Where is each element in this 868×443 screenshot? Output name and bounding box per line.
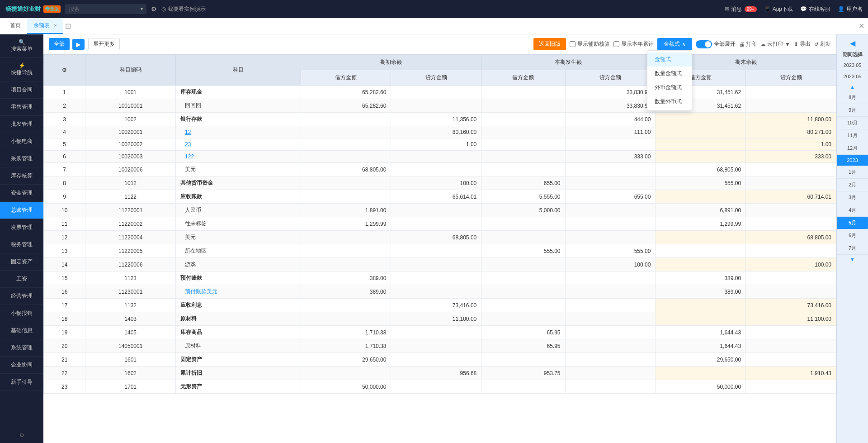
toggle-switch[interactable] <box>696 40 712 48</box>
ytd-check[interactable] <box>613 41 619 47</box>
row-name[interactable]: 累计折旧 <box>176 367 301 380</box>
period-item-may[interactable]: 5月 <box>837 217 868 229</box>
th-settings[interactable]: ⚙ <box>44 55 85 86</box>
service-icon: 💬 <box>800 6 807 12</box>
row-name[interactable]: 银行存款 <box>176 113 301 126</box>
period-item-0[interactable]: 2023.05 <box>837 60 868 71</box>
row-name[interactable]: 23 <box>176 138 301 151</box>
period-item-aug[interactable]: 8月 <box>837 91 868 104</box>
row-name[interactable]: 固定资产 <box>176 353 301 367</box>
sidebar-item-salary[interactable]: 工资 <box>0 271 43 288</box>
row-name[interactable]: 原材料 <box>176 312 301 326</box>
sidebar-item-tax[interactable]: 税务管理 <box>0 236 43 253</box>
row-name[interactable]: 12 <box>176 126 301 138</box>
row-name[interactable]: 应收利息 <box>176 299 301 312</box>
row-name[interactable]: 预付账款美元 <box>176 285 301 299</box>
sidebar-item-assets[interactable]: 固定资产 <box>0 253 43 271</box>
sidebar-item-nav[interactable]: ⚡ 快捷导航 <box>0 58 43 81</box>
period-item-mar[interactable]: 3月 <box>837 191 868 204</box>
row-opening-credit <box>391 244 481 258</box>
expand-more-btn[interactable]: 展开更多 <box>88 38 120 50</box>
sidebar-item-inventory[interactable]: 库存核算 <box>0 167 43 185</box>
sidebar-item-collab[interactable]: 企业协同 <box>0 357 43 374</box>
style-option-3[interactable]: 外币金额式 <box>647 81 692 95</box>
row-name[interactable]: 无形资产 <box>176 380 301 394</box>
user-item[interactable]: 👤 用户名 <box>838 5 863 13</box>
sidebar-item-basic[interactable]: 基础信息 <box>0 322 43 339</box>
sidebar-item-invoice[interactable]: 发票管理 <box>0 219 43 236</box>
panel-collapse-btn[interactable]: ◀ <box>848 37 857 49</box>
sidebar-item-label: 基础信息 <box>11 327 33 333</box>
auxiliary-check[interactable] <box>570 41 576 47</box>
style-option-4[interactable]: 数量外币式 <box>647 95 692 109</box>
download-icon: 📱 <box>764 6 771 12</box>
export-btn[interactable]: ⬇ 导出 <box>794 40 811 48</box>
show-ytd-checkbox[interactable]: 显示本年累计 <box>613 40 654 48</box>
row-code: 1122 <box>85 190 176 204</box>
period-item-nov[interactable]: 11月 <box>837 129 868 142</box>
row-name[interactable]: 122 <box>176 151 301 163</box>
tab-close-all[interactable]: ✕ <box>859 22 864 30</box>
year-down-btn[interactable]: ▼ <box>850 257 855 262</box>
return-old-btn[interactable]: 返回旧版 <box>533 38 566 50</box>
app-download-item[interactable]: 📱 App下载 <box>764 5 793 13</box>
period-item-oct[interactable]: 10月 <box>837 117 868 129</box>
row-name[interactable]: 库存商品 <box>176 326 301 339</box>
period-item-1[interactable]: 2023.05 <box>837 71 868 82</box>
search-input[interactable] <box>65 4 146 14</box>
period-item-jan[interactable]: 1月 <box>837 166 868 179</box>
row-name[interactable]: 应收账款 <box>176 190 301 204</box>
style-dropdown-btn[interactable]: 金额式 ∧ <box>657 38 692 50</box>
sidebar-item-expense[interactable]: 小畅报销 <box>0 305 43 322</box>
row-name[interactable]: 库存现金 <box>176 86 301 99</box>
sidebar-item-project[interactable]: 项目合同 <box>0 81 43 99</box>
period-item-jul[interactable]: 7月 <box>837 242 868 255</box>
demo-link[interactable]: ◎ 我要看实例演示 <box>161 5 206 13</box>
sidebar-item-guide[interactable]: 新手引导 <box>0 374 43 391</box>
sidebar-item-ecommerce[interactable]: 小畅电商 <box>0 133 43 150</box>
nav-right-btn[interactable]: ▶ <box>72 39 85 50</box>
row-opening-debit <box>301 151 391 163</box>
sidebar-item-purchase[interactable]: 采购管理 <box>0 150 43 167</box>
period-item-feb[interactable]: 2月 <box>837 179 868 191</box>
row-name[interactable]: 预付账款 <box>176 272 301 285</box>
row-opening-debit: 68,805.00 <box>301 163 391 176</box>
tab-close-icon[interactable]: × <box>54 23 57 28</box>
print-btn[interactable]: 🖨 打印 <box>739 40 757 48</box>
period-item-sep[interactable]: 9月 <box>837 104 868 117</box>
table-row: 7 10020006 美元 68,805.00 68,805.00 <box>44 163 836 176</box>
online-service-item[interactable]: 💬 在线客服 <box>800 5 830 13</box>
sidebar-item-wholesale[interactable]: 批发管理 <box>0 116 43 133</box>
refresh-btn[interactable]: ↺ 刷新 <box>814 40 831 48</box>
all-filter-btn[interactable]: 全部 <box>49 38 70 50</box>
tab-balance[interactable]: 余额表 × <box>27 18 63 34</box>
expand-all-toggle[interactable]: 全部展开 <box>696 40 736 48</box>
style-option-1[interactable]: 金额式 <box>647 52 692 67</box>
sidebar-item-ledger[interactable]: 总账管理 <box>0 202 43 219</box>
period-item-jun[interactable]: 6月 <box>837 229 868 242</box>
show-auxiliary-checkbox[interactable]: 显示辅助核算 <box>570 40 610 48</box>
row-current-debit: 655.00 <box>481 176 565 190</box>
row-name: 原材料 <box>176 339 301 353</box>
sidebar-item-retail[interactable]: 零售管理 <box>0 99 43 116</box>
row-closing-credit <box>746 204 836 217</box>
sidebar-item-finance[interactable]: 资金管理 <box>0 185 43 202</box>
sidebar-settings[interactable]: ⚙ <box>0 428 43 443</box>
year-up-btn[interactable]: ▲ <box>850 84 855 90</box>
sidebar-item-search[interactable]: 🔍 搜索菜单 <box>0 34 43 58</box>
period-item-apr[interactable]: 4月 <box>837 204 868 217</box>
period-item-dec[interactable]: 12月 <box>837 142 868 155</box>
row-opening-credit <box>391 339 481 353</box>
period-item-year[interactable]: 2023 <box>837 155 868 166</box>
row-number: 14 <box>44 258 85 272</box>
messages-label: 消息 <box>731 5 742 13</box>
messages-item[interactable]: ✉ 消息 99+ <box>725 5 757 13</box>
tab-expand-btn[interactable]: ⊡ <box>65 22 71 30</box>
cloud-print-btn[interactable]: ☁ 云打印 ▼ <box>760 40 790 48</box>
sidebar-item-operations[interactable]: 经营管理 <box>0 288 43 305</box>
sidebar-item-system[interactable]: 系统管理 <box>0 339 43 357</box>
style-option-2[interactable]: 数量金额式 <box>647 67 692 81</box>
settings-icon[interactable]: ⚙ <box>151 5 157 13</box>
row-name[interactable]: 其他货币资金 <box>176 176 301 190</box>
tab-home[interactable]: 首页 <box>4 18 27 34</box>
